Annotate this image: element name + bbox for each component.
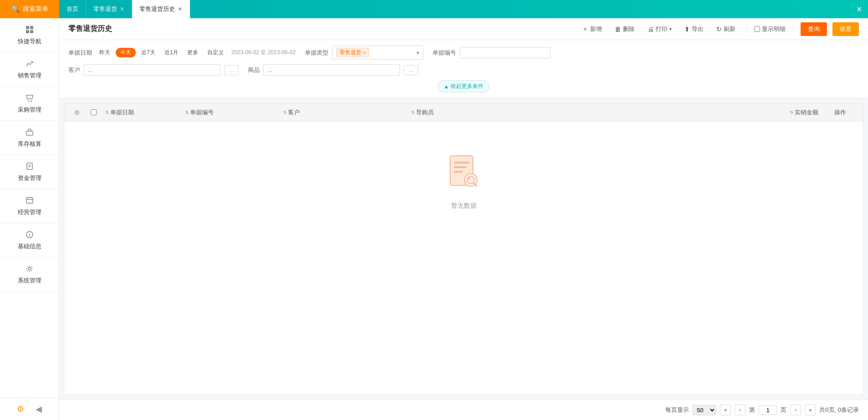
- date-btn-1month[interactable]: 近1月: [161, 48, 182, 57]
- sidebar-collapse-btn[interactable]: ◀: [31, 402, 46, 416]
- type-tag-remove[interactable]: ×: [363, 50, 366, 56]
- customer-ellipsis-btn[interactable]: ...: [224, 65, 239, 75]
- customer-filter-group: 客户 ...: [68, 64, 239, 76]
- sidebar-item-base-info[interactable]: 基础信息: [0, 223, 59, 257]
- sidebar-item-operations-label: 经营管理: [18, 208, 41, 216]
- th-date[interactable]: ⇅ 单据日期: [102, 108, 181, 117]
- add-icon: ＋: [582, 25, 588, 33]
- search-icon: 🔍: [11, 5, 20, 13]
- show-detail-toggle[interactable]: 显示明细: [754, 25, 786, 33]
- export-button[interactable]: ⬆ 导出: [681, 23, 707, 35]
- svg-point-5: [28, 101, 29, 102]
- tab-retail-return-history[interactable]: 零售退货历史 ✕: [132, 0, 190, 18]
- collapse-filter-btn[interactable]: ▲ 收起更多条件: [438, 80, 490, 92]
- empty-icon: [441, 149, 487, 195]
- page-title: 零售退货历史: [68, 24, 112, 34]
- query-button[interactable]: 查询: [801, 22, 827, 36]
- refresh-button[interactable]: ↻ 刷新: [713, 23, 739, 35]
- sort-amount-icon: ⇅: [790, 110, 793, 115]
- page-size-label: 每页显示: [665, 406, 689, 414]
- date-filter-label: 单据日期: [68, 49, 92, 57]
- tab-retail-return-close[interactable]: ✕: [120, 6, 124, 12]
- svg-point-12: [76, 111, 78, 113]
- th-settings[interactable]: [69, 109, 85, 116]
- print-button[interactable]: 🖨 打印 ▾: [644, 23, 675, 35]
- first-page-btn[interactable]: «: [720, 405, 731, 415]
- base-info-icon: [25, 230, 35, 240]
- tab-retail-return-history-label: 零售退货历史: [139, 5, 175, 13]
- show-detail-checkbox[interactable]: [754, 26, 760, 32]
- filter-row-2: 客户 ... 商品 ...: [68, 64, 859, 76]
- next-page-btn[interactable]: ›: [790, 405, 801, 415]
- sidebar-item-quick-nav[interactable]: 快捷导航: [0, 18, 59, 52]
- sidebar-item-inventory-label: 库存核算: [18, 140, 41, 148]
- sidebar-settings-btn[interactable]: ⚙: [13, 402, 28, 416]
- svg-rect-14: [454, 162, 469, 164]
- th-checkbox[interactable]: [85, 109, 102, 115]
- th-amount[interactable]: ⇅ 实销金额: [754, 108, 822, 117]
- export-icon: ⬆: [684, 26, 690, 33]
- th-customer[interactable]: ⇅ 客户: [279, 108, 407, 117]
- collapse-icon: ▲: [444, 83, 449, 90]
- svg-rect-2: [26, 30, 29, 33]
- svg-rect-1: [30, 26, 33, 29]
- tabs-container: 首页 零售退货 ✕ 零售退货历史 ✕: [59, 0, 850, 18]
- content-area: 零售退货历史 ＋ 新增 🗑 删除 🖨 打印 ▾ ⬆ 导出: [59, 18, 868, 420]
- sidebar-item-system[interactable]: 系统管理: [0, 257, 59, 292]
- tab-home-label: 首页: [67, 5, 78, 13]
- tab-retail-return[interactable]: 零售退货 ✕: [86, 0, 132, 18]
- sidebar-item-sales-label: 销售管理: [18, 72, 41, 80]
- add-button[interactable]: ＋ 新增: [578, 23, 606, 35]
- sort-no-icon: ⇅: [185, 110, 189, 115]
- page-size-select[interactable]: 50 10 20 100: [693, 405, 716, 415]
- date-buttons: 昨天 今天 近7天 近1月 更多 自定义: [96, 48, 227, 57]
- print-icon: 🖨: [647, 26, 654, 33]
- type-filter-group: 单据类型 零售退货 × ▾: [305, 46, 423, 60]
- goods-filter-group: 商品 ...: [248, 64, 418, 76]
- customer-filter-label: 客户: [68, 66, 80, 74]
- type-filter-label: 单据类型: [305, 49, 329, 57]
- select-all-checkbox[interactable]: [91, 109, 97, 115]
- type-selector-chevron: ▾: [416, 50, 419, 56]
- quick-nav-icon: [25, 25, 35, 35]
- sidebar-item-sales[interactable]: 销售管理: [0, 52, 59, 87]
- tab-retail-return-history-close[interactable]: ✕: [178, 6, 182, 12]
- close-window-button[interactable]: ✕: [850, 0, 868, 18]
- goods-ellipsis-btn[interactable]: ...: [404, 65, 418, 75]
- add-label: 新增: [590, 25, 602, 33]
- th-guide[interactable]: ⇅ 导购员: [407, 108, 505, 117]
- date-btn-today[interactable]: 今天: [116, 48, 136, 57]
- refresh-icon: ↻: [716, 26, 722, 33]
- delete-button[interactable]: 🗑 删除: [611, 23, 638, 35]
- sidebar-item-inventory[interactable]: 库存核算: [0, 121, 59, 155]
- voucher-input[interactable]: [460, 47, 551, 58]
- sales-icon: [25, 59, 35, 69]
- date-btn-more[interactable]: 更多: [184, 48, 202, 57]
- page-number-input[interactable]: [759, 405, 777, 415]
- th-no[interactable]: ⇅ 单据编号: [181, 108, 279, 117]
- settings-button[interactable]: 设置: [832, 22, 859, 36]
- sidebar-item-operations[interactable]: 经营管理: [0, 189, 59, 223]
- date-btn-custom[interactable]: 自定义: [204, 48, 227, 57]
- svg-rect-3: [30, 30, 33, 33]
- last-page-btn[interactable]: »: [805, 405, 816, 415]
- date-btn-7days[interactable]: 近7天: [138, 48, 159, 57]
- sidebar-item-finance[interactable]: 资金管理: [0, 155, 59, 189]
- sidebar-item-purchase[interactable]: 采购管理: [0, 87, 59, 121]
- date-btn-yesterday[interactable]: 昨天: [96, 48, 114, 57]
- svg-rect-15: [454, 166, 467, 168]
- customer-input[interactable]: [84, 64, 221, 76]
- svg-rect-8: [27, 163, 32, 169]
- pagination-bar: 每页显示 50 10 20 100 « ‹ 第 页 › » 共0页, 0条记录: [59, 400, 868, 420]
- svg-rect-16: [454, 171, 463, 173]
- type-selector[interactable]: 零售退货 × ▾: [332, 46, 423, 60]
- goods-input[interactable]: [263, 64, 400, 76]
- filter-area: 单据日期 昨天 今天 近7天 近1月 更多 自定义 2023-06-02 至 2…: [59, 40, 868, 98]
- tab-home[interactable]: 首页: [59, 0, 86, 18]
- show-detail-label: 显示明细: [762, 25, 786, 33]
- search-area[interactable]: 🔍 搜索菜单: [0, 0, 59, 18]
- type-tag: 零售退货 ×: [336, 48, 369, 57]
- sidebar-item-finance-label: 资金管理: [18, 174, 41, 182]
- prev-page-btn[interactable]: ‹: [734, 405, 745, 415]
- empty-state: 暂无数据: [64, 122, 863, 237]
